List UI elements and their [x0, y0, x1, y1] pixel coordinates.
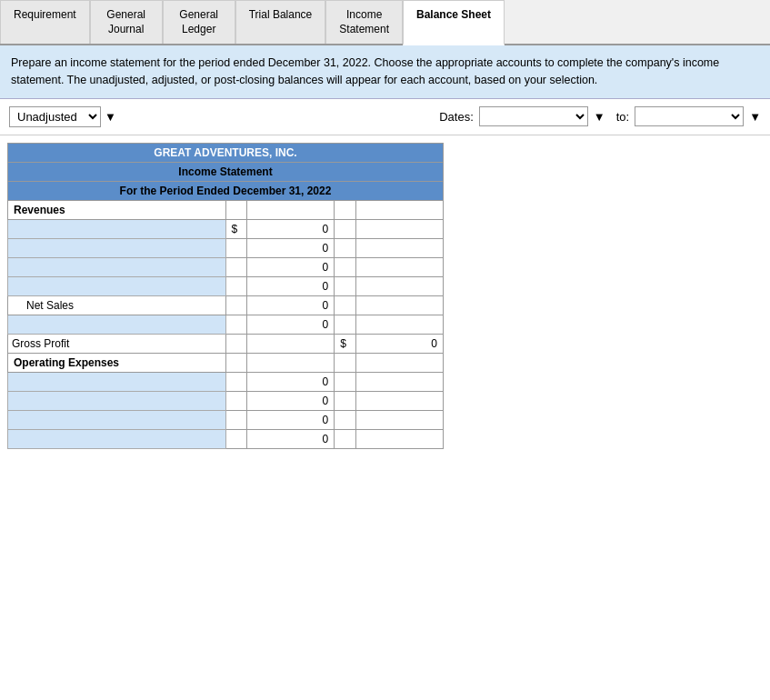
company-name: GREAT ADVENTURES, INC. [8, 143, 444, 162]
title-header-row: Income Statement [8, 162, 444, 181]
revenue-input-2[interactable] [8, 238, 226, 257]
date-from-select[interactable] [479, 106, 588, 126]
revenue-input-1[interactable] [8, 219, 226, 238]
revenue-row-4: 0 [8, 276, 444, 295]
period-header-row: For the Period Ended December 31, 2022 [8, 181, 444, 200]
opex-input-2[interactable] [8, 391, 226, 410]
net-sales-row: Net Sales 0 [8, 295, 444, 315]
tab-income-statement[interactable]: IncomeStatement [325, 0, 403, 44]
chevron-from-icon: ▼ [594, 110, 605, 124]
operating-expenses-section-row: Operating Expenses [8, 353, 444, 372]
controls-row: Unadjusted Adjusted Post-closing ▼ Dates… [0, 99, 770, 135]
gross-profit-label: Gross Profit [8, 334, 226, 353]
cost-input[interactable] [8, 315, 226, 334]
tab-general-journal[interactable]: GeneralJournal [90, 0, 163, 44]
tab-bar: Requirement GeneralJournal GeneralLedger… [0, 0, 770, 45]
revenue-input-3[interactable] [8, 257, 226, 276]
tab-general-ledger[interactable]: GeneralLedger [163, 0, 235, 44]
statement-title: Income Statement [8, 162, 444, 181]
opex-row-1: 0 [8, 372, 444, 391]
balance-type-select[interactable]: Unadjusted Adjusted Post-closing [9, 106, 101, 127]
statement-period: For the Period Ended December 31, 2022 [8, 181, 444, 200]
revenues-section-row: Revenues [8, 200, 444, 219]
instructions-panel: Prepare an income statement for the peri… [0, 45, 770, 99]
opex-input-1[interactable] [8, 372, 226, 391]
income-statement-table: GREAT ADVENTURES, INC. Income Statement … [7, 143, 444, 449]
tab-requirement[interactable]: Requirement [0, 0, 90, 44]
chevron-to-icon: ▼ [749, 110, 761, 124]
dates-group: Dates: ▼ to: ▼ [439, 106, 761, 126]
dates-label: Dates: [439, 110, 474, 124]
balance-type-chevron-icon: ▼ [105, 110, 116, 124]
revenues-label: Revenues [8, 200, 226, 219]
cost-row: 0 [8, 315, 444, 334]
revenue-row-2: 0 [8, 238, 444, 257]
opex-input-4[interactable] [8, 429, 226, 448]
opex-row-2: 0 [8, 391, 444, 410]
revenue-row-3: 0 [8, 257, 444, 276]
tab-balance-sheet[interactable]: Balance Sheet [403, 0, 505, 45]
revenue-row-1: $ 0 [8, 219, 444, 238]
statement-wrapper: GREAT ADVENTURES, INC. Income Statement … [0, 135, 770, 456]
date-to-select[interactable] [635, 106, 744, 126]
opex-input-3[interactable] [8, 410, 226, 429]
opex-row-4: 0 [8, 429, 444, 448]
net-sales-label: Net Sales [8, 295, 226, 315]
tab-trial-balance[interactable]: Trial Balance [235, 0, 326, 44]
company-header-row: GREAT ADVENTURES, INC. [8, 143, 444, 162]
gross-profit-row: Gross Profit $ 0 [8, 334, 444, 353]
to-label: to: [616, 110, 629, 124]
net-sales-value: 0 [247, 295, 335, 315]
opex-row-3: 0 [8, 410, 444, 429]
gross-profit-value: 0 [356, 334, 444, 353]
balance-type-dropdown[interactable]: Unadjusted Adjusted Post-closing ▼ [9, 106, 116, 127]
revenue-input-4[interactable] [8, 276, 226, 295]
cost-value: 0 [247, 315, 335, 334]
operating-expenses-label: Operating Expenses [8, 353, 226, 372]
